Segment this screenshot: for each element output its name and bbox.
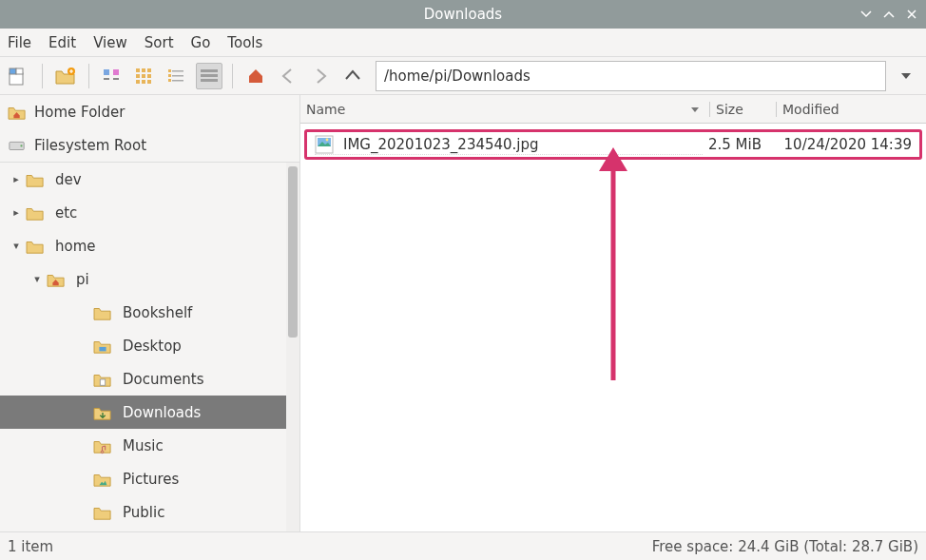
menu-tools[interactable]: Tools (225, 32, 264, 53)
tree-item-pictures[interactable]: Pictures (0, 462, 286, 495)
minimize-button[interactable] (859, 8, 873, 21)
view-compact-button[interactable] (164, 63, 190, 89)
maximize-button[interactable] (882, 8, 896, 21)
tree-item-desktop[interactable]: Desktop (0, 329, 286, 362)
scrollbar-thumb[interactable] (288, 166, 298, 338)
tree-scrollbar[interactable] (286, 163, 299, 531)
folder-icon (26, 204, 45, 222)
svg-rect-29 (100, 379, 105, 385)
close-icon (906, 9, 917, 20)
arrow-left-icon (280, 68, 297, 85)
menu-edit[interactable]: Edit (47, 32, 78, 53)
svg-rect-22 (172, 80, 183, 82)
home-button[interactable] (242, 63, 269, 89)
path-input[interactable]: /home/pi/Downloads (376, 61, 886, 91)
new-tab-icon (9, 67, 29, 86)
expand-toggle[interactable] (53, 473, 63, 485)
tree-item-dev[interactable]: ▸dev (0, 163, 286, 196)
expand-toggle[interactable]: ▸ (11, 206, 21, 219)
statusbar-item-count: 1 item (8, 538, 53, 555)
file-modified: 10/24/2020 14:39 (769, 136, 912, 153)
main-area: Home Folder Filesystem Root ▸dev▸etc▾hom… (0, 95, 926, 531)
expand-toggle[interactable] (53, 306, 63, 319)
menu-sort[interactable]: Sort (143, 32, 176, 53)
tree-item-label: home (55, 238, 96, 255)
view-compact-icon (166, 67, 187, 86)
home-folder-icon (8, 104, 27, 121)
tree-item-public[interactable]: Public (0, 495, 286, 529)
svg-rect-0 (10, 73, 23, 85)
new-folder-icon (55, 67, 76, 86)
up-button[interactable] (339, 63, 366, 89)
file-list[interactable]: IMG_20201023_234540.jpg 2.5 MiB 10/24/20… (300, 124, 926, 531)
menu-go[interactable]: Go (189, 32, 213, 53)
view-detailed-icon (199, 67, 220, 86)
expand-toggle[interactable] (53, 373, 63, 385)
tree-item-home[interactable]: ▾home (0, 229, 286, 262)
column-size[interactable]: Size (709, 102, 776, 117)
place-filesystem-root[interactable]: Filesystem Root (0, 128, 299, 162)
view-thumbnails-button[interactable] (131, 63, 158, 89)
folder-music-icon (93, 437, 112, 454)
expand-toggle[interactable]: ▾ (11, 240, 21, 252)
tree-item-documents[interactable]: Documents (0, 362, 286, 396)
annotation-arrow-icon (585, 143, 642, 390)
view-thumbnails-icon (134, 67, 155, 86)
file-size: 2.5 MiB (703, 136, 769, 153)
statusbar-free-space: Free space: 24.4 GiB (Total: 28.7 GiB) (652, 538, 918, 555)
new-folder-button[interactable] (52, 63, 79, 89)
svg-rect-13 (147, 74, 151, 78)
expand-toggle[interactable] (53, 439, 63, 452)
folder-pictures-icon (93, 471, 112, 488)
tree-item-etc[interactable]: ▸etc (0, 196, 286, 229)
folder-icon (93, 304, 112, 321)
svg-rect-1 (10, 68, 16, 74)
tree-item-downloads[interactable]: Downloads (0, 396, 286, 429)
tree-item-label: etc (55, 204, 77, 222)
titlebar: Downloads (0, 0, 926, 29)
svg-rect-16 (147, 80, 151, 84)
file-row[interactable]: IMG_20201023_234540.jpg 2.5 MiB 10/24/20… (304, 129, 922, 160)
svg-rect-21 (168, 79, 171, 82)
menu-file[interactable]: File (6, 32, 33, 53)
file-name-cell: IMG_20201023_234540.jpg (315, 135, 703, 155)
tree-item-label: Pictures (123, 471, 179, 488)
menu-view[interactable]: View (91, 32, 129, 53)
expand-toggle[interactable]: ▾ (32, 273, 42, 285)
column-modified[interactable]: Modified (776, 102, 918, 117)
tree-item-bookshelf[interactable]: Bookshelf (0, 296, 286, 329)
svg-rect-28 (99, 346, 106, 351)
svg-rect-12 (142, 74, 145, 78)
svg-rect-17 (168, 69, 171, 72)
sort-indicator-icon (690, 105, 700, 114)
forward-button[interactable] (307, 63, 334, 89)
svg-rect-24 (201, 74, 218, 77)
expand-toggle[interactable] (53, 506, 63, 518)
svg-rect-6 (104, 78, 109, 80)
folder-tree[interactable]: ▸dev▸etc▾home▾pi Bookshelf Desktop Docum… (0, 163, 286, 531)
close-button[interactable] (905, 8, 918, 21)
svg-rect-5 (113, 69, 119, 75)
tree-item-music[interactable]: Music (0, 429, 286, 462)
tree-item-pi[interactable]: ▾pi (0, 262, 286, 296)
place-home-folder[interactable]: Home Folder (0, 95, 299, 128)
tree-item-label: pi (76, 271, 89, 288)
view-icons-button[interactable] (99, 63, 125, 89)
expand-toggle[interactable]: ▸ (11, 173, 21, 185)
back-button[interactable] (275, 63, 301, 89)
view-detailed-button[interactable] (196, 63, 222, 89)
places-panel: Home Folder Filesystem Root (0, 95, 299, 163)
folder-icon (93, 504, 112, 521)
svg-rect-20 (172, 75, 183, 77)
path-history-dropdown[interactable] (892, 61, 920, 91)
svg-rect-2 (16, 68, 23, 74)
expand-toggle[interactable] (53, 339, 63, 352)
svg-rect-4 (104, 69, 109, 75)
expand-toggle[interactable] (53, 406, 63, 418)
place-label: Filesystem Root (34, 137, 146, 154)
new-tab-button[interactable] (6, 63, 32, 89)
tree-item-label: Bookshelf (123, 304, 192, 321)
svg-rect-10 (147, 68, 151, 72)
column-name[interactable]: Name (306, 102, 709, 117)
statusbar: 1 item Free space: 24.4 GiB (Total: 28.7… (0, 531, 926, 560)
